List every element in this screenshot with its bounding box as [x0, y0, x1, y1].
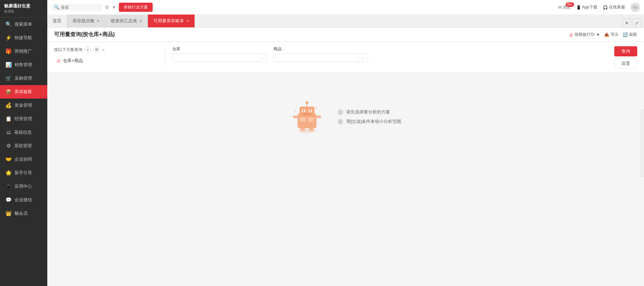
- scheme-item-warehouse-product[interactable]: ⊙ 仓库+商品: [54, 56, 161, 66]
- sidebar-item-wecom[interactable]: 💬企业微信: [0, 193, 47, 207]
- sidebar-item-apps[interactable]: 📱应用中心: [0, 180, 47, 193]
- query-button[interactable]: 查询: [614, 46, 637, 56]
- warehouse-filter-field: 仓库 ...: [172, 46, 267, 62]
- tab-batch[interactable]: 库存批次账✕: [67, 15, 105, 27]
- sidebar-item-inventory[interactable]: 📦库存核算: [0, 85, 47, 99]
- tip-num-2: 2: [337, 119, 343, 125]
- svg-rect-12: [300, 128, 305, 131]
- export-icon: 📤: [604, 32, 609, 37]
- content-area: 可用量查询(按仓库+商品) 🖨 按模板打印 ▼ 📤 导出 🔄 刷新: [47, 28, 644, 286]
- sidebar-item-basic[interactable]: 🗂基础信息: [0, 126, 47, 139]
- right-scrollbar[interactable]: [641, 109, 644, 177]
- scheme-icon: ⊙: [57, 58, 61, 63]
- tab-label-batch: 库存批次账: [73, 18, 95, 24]
- export-button[interactable]: 📤 导出: [604, 32, 619, 37]
- sidebar-icon-basic: 🗂: [5, 129, 11, 135]
- empty-state: ✦ ✦ ✦ 1 请先选择要分析的方案 2 用[过滤]条件来缩小分析范围: [47, 73, 644, 161]
- topbar: 🔍 ⚙ ▼ 体验行业方案 ✉ 消息 99+ 📱 App下载 🎧 在线客服 Rit: [47, 0, 644, 15]
- sidebar-item-shortcut[interactable]: ⚡快捷导航: [0, 31, 47, 45]
- sidebar-label-system: 系统管理: [14, 143, 32, 149]
- search-input[interactable]: [61, 5, 95, 10]
- filter-fields-panel: 仓库 ... 商品 ... 查询 设置: [165, 46, 637, 69]
- filter-area: 按以下方案查询 + ⚙ « ⊙ 仓库+商品 仓库 ...: [47, 42, 644, 73]
- scheme-settings-button[interactable]: ⚙: [93, 46, 100, 53]
- tab-close-batch[interactable]: ✕: [97, 19, 100, 23]
- sidebar-icon-apps: 📱: [5, 183, 12, 189]
- product-more-button[interactable]: ...: [359, 54, 368, 62]
- sidebar-scroll: 🔍搜索菜单⚡快捷导航🎁营销推广📊销售管理🛒采购管理📦库存核算💰资金管理📋经营管理…: [0, 18, 47, 286]
- export-label: 导出: [611, 32, 619, 37]
- online-service-button[interactable]: 🎧 在线客服: [603, 4, 625, 10]
- refresh-button[interactable]: 🔄 刷新: [623, 32, 637, 37]
- message-button[interactable]: ✉ 消息 99+: [558, 4, 571, 10]
- svg-point-8: [306, 101, 308, 104]
- settings-button[interactable]: 设置: [614, 58, 637, 69]
- topbar-search-box[interactable]: 🔍: [51, 4, 102, 11]
- close-tab-button[interactable]: ✕: [622, 19, 631, 27]
- print-icon: 🖨: [569, 32, 573, 37]
- tab-available[interactable]: 可用量库存账本✕: [148, 15, 195, 27]
- sidebar-item-sales[interactable]: 📊销售管理: [0, 58, 47, 72]
- sidebar-item-newguide[interactable]: 🌟新手引导: [0, 166, 47, 180]
- tip-item-2: 2 用[过滤]条件来缩小分析范围: [337, 119, 401, 125]
- logo-title: 畅康通好生意: [4, 3, 43, 9]
- maximize-tab-button[interactable]: ⤢: [633, 19, 641, 27]
- svg-rect-10: [293, 115, 298, 118]
- sidebar-item-search[interactable]: 🔍搜索菜单: [0, 18, 47, 31]
- sidebar-icon-newguide: 🌟: [5, 170, 12, 176]
- svg-rect-15: [308, 118, 314, 122]
- service-icon: 🎧: [603, 5, 608, 10]
- tabs-right-controls: ✕ ⤢: [622, 19, 644, 27]
- filter-scheme-panel: 按以下方案查询 + ⚙ « ⊙ 仓库+商品: [54, 46, 165, 69]
- page-actions: 🖨 按模板打印 ▼ 📤 导出 🔄 刷新: [569, 32, 637, 37]
- sidebar-item-operation[interactable]: 📋经营管理: [0, 112, 47, 126]
- svg-rect-11: [316, 115, 321, 118]
- sidebar-item-finance[interactable]: 💰资金管理: [0, 99, 47, 112]
- page-header: 可用量查询(按仓库+商品) 🖨 按模板打印 ▼ 📤 导出 🔄 刷新: [47, 28, 644, 42]
- tip-num-1: 1: [337, 109, 343, 115]
- trial-button[interactable]: 体验行业方案: [119, 3, 153, 12]
- product-filter-field: 商品 ...: [274, 46, 368, 62]
- search-icon: 🔍: [54, 5, 59, 10]
- sidebar-icon-operation: 📋: [5, 116, 12, 122]
- sidebar-item-system[interactable]: ⚙系统管理: [0, 139, 47, 153]
- warehouse-input[interactable]: [173, 54, 257, 62]
- sidebar-label-operation: 经营管理: [15, 116, 32, 122]
- message-icon: ✉: [558, 5, 562, 10]
- dropdown-icon: ▼: [112, 5, 116, 10]
- warehouse-more-button[interactable]: ...: [257, 54, 266, 62]
- sidebar-item-purchase[interactable]: 🛒采购管理: [0, 72, 47, 85]
- sidebar-label-search: 搜索菜单: [15, 21, 32, 27]
- tab-label-summary: 收发存汇总表: [111, 18, 137, 24]
- tab-close-summary[interactable]: ✕: [139, 19, 142, 23]
- sidebar-item-collab[interactable]: 🤝企业协同: [0, 153, 47, 166]
- tab-home[interactable]: 首页: [47, 15, 67, 27]
- print-label: 按模板打印: [574, 32, 595, 37]
- svg-text:✦: ✦: [294, 110, 297, 113]
- tip-text-1: 请先选择要分析的方案: [346, 109, 390, 115]
- product-input[interactable]: [274, 54, 359, 62]
- sidebar: 畅康通好生意 标准版 🔍搜索菜单⚡快捷导航🎁营销推广📊销售管理🛒采购管理📦库存核…: [0, 0, 47, 286]
- refresh-icon: 🔄: [623, 32, 628, 37]
- sidebar-item-marketing[interactable]: 🎁营销推广: [0, 45, 47, 58]
- app-label: App下载: [582, 4, 597, 10]
- tab-close-available[interactable]: ✕: [186, 19, 189, 23]
- svg-text:✦: ✦: [316, 122, 319, 125]
- tab-summary[interactable]: 收发存汇总表✕: [105, 15, 148, 27]
- sidebar-label-sales: 销售管理: [15, 62, 32, 68]
- svg-rect-9: [303, 113, 311, 115]
- sidebar-label-purchase: 采购管理: [15, 75, 32, 81]
- main-area: 🔍 ⚙ ▼ 体验行业方案 ✉ 消息 99+ 📱 App下载 🎧 在线客服 Rit: [47, 0, 644, 286]
- svg-rect-14: [300, 118, 306, 122]
- add-scheme-button[interactable]: +: [84, 46, 91, 53]
- sidebar-icon-purchase: 🛒: [5, 75, 12, 81]
- sidebar-item-vip[interactable]: 👑畅会员: [0, 207, 47, 220]
- collapse-button[interactable]: «: [102, 47, 105, 52]
- tab-label-home: 首页: [53, 18, 61, 24]
- print-button[interactable]: 🖨 按模板打印 ▼: [569, 32, 600, 37]
- product-filter-label: 商品: [274, 46, 368, 52]
- app-download-button[interactable]: 📱 App下载: [576, 4, 597, 10]
- avatar[interactable]: Rit: [630, 3, 640, 12]
- gear-icon[interactable]: ⚙: [105, 4, 109, 10]
- tab-label-available: 可用量库存账本: [153, 18, 184, 24]
